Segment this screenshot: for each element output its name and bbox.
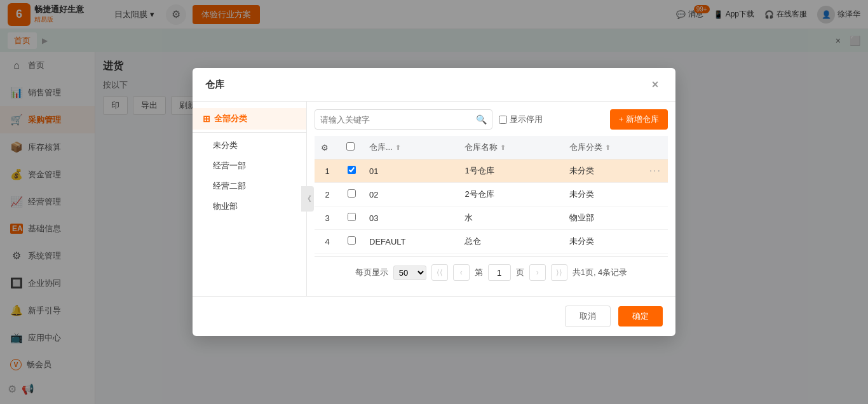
page-input[interactable] bbox=[488, 264, 511, 281]
sort-id-icon: ⬆ bbox=[395, 144, 401, 152]
sort-name-icon: ⬆ bbox=[500, 144, 506, 152]
table-row[interactable]: 1 01 1号仓库 未分类 ··· bbox=[315, 159, 668, 183]
first-page-button[interactable]: ⟨⟨ bbox=[431, 264, 448, 281]
table-row[interactable]: 2 02 2号仓库 未分类 bbox=[315, 183, 668, 206]
select-all-checkbox[interactable] bbox=[346, 142, 355, 151]
page-unit: 页 bbox=[516, 267, 524, 278]
td-checkbox[interactable] bbox=[340, 230, 363, 253]
prev-page-button[interactable]: ‹ bbox=[453, 264, 470, 281]
row-checkbox[interactable] bbox=[348, 236, 356, 245]
dialog-footer: 取消 确定 bbox=[193, 296, 675, 336]
th-warehouse-category: 仓库分类 ⬆ bbox=[563, 136, 668, 159]
td-checkbox[interactable] bbox=[340, 159, 363, 183]
th-category-label: 仓库分类 bbox=[569, 142, 602, 153]
last-page-button[interactable]: ⟩⟩ bbox=[551, 264, 567, 281]
td-category: 未分类 bbox=[563, 230, 668, 253]
th-checkbox bbox=[340, 136, 363, 159]
td-checkbox[interactable] bbox=[340, 183, 363, 206]
search-box[interactable]: 🔍 bbox=[315, 109, 492, 130]
table-header: ⚙ 仓库... ⬆ bbox=[315, 136, 668, 159]
show-disabled-checkbox-label[interactable]: 显示停用 bbox=[499, 114, 543, 125]
th-id-label: 仓库... bbox=[369, 142, 393, 153]
td-id: DEFAULT bbox=[363, 230, 458, 253]
dialog-close-button[interactable]: × bbox=[648, 77, 663, 92]
row-checkbox[interactable] bbox=[348, 166, 356, 174]
dialog-body: ⊞ 全部分类 未分类 经营一部 经营二部 物业部 《 🔍 bbox=[193, 102, 675, 296]
table-body: 1 01 1号仓库 未分类 ··· 2 02 2号仓库 未分类 bbox=[315, 159, 668, 253]
th-settings: ⚙ bbox=[315, 136, 340, 159]
td-id: 01 bbox=[363, 159, 458, 183]
th-warehouse-name: 仓库名称 ⬆ bbox=[458, 136, 563, 159]
row-checkbox[interactable] bbox=[348, 189, 356, 198]
td-row-num: 2 bbox=[315, 183, 340, 206]
td-name: 1号仓库 bbox=[458, 159, 563, 183]
table-row[interactable]: 4 DEFAULT 总仓 未分类 bbox=[315, 230, 668, 253]
table-container: ⚙ 仓库... ⬆ bbox=[315, 136, 668, 253]
per-page-label: 每页显示 bbox=[355, 267, 388, 278]
search-icon[interactable]: 🔍 bbox=[476, 114, 487, 125]
pagination-row: 每页显示 50 10 20 100 ⟨⟨ ‹ 第 页 › bbox=[315, 256, 668, 288]
modal-overlay: 仓库 × ⊞ 全部分类 未分类 经营一部 经营二部 物业部 《 bbox=[0, 0, 868, 404]
show-disabled-checkbox[interactable] bbox=[499, 116, 507, 124]
per-page-dropdown[interactable]: 50 10 20 100 bbox=[393, 266, 426, 280]
category-sidebar: ⊞ 全部分类 未分类 经营一部 经营二部 物业部 《 bbox=[193, 102, 307, 296]
page-label: 第 bbox=[475, 267, 483, 278]
td-category: 物业部 bbox=[563, 206, 668, 230]
add-warehouse-button[interactable]: + 新增仓库 bbox=[610, 109, 668, 130]
row-more-button[interactable]: ··· bbox=[649, 165, 661, 177]
td-checkbox[interactable] bbox=[340, 206, 363, 230]
td-category: 未分类 bbox=[563, 183, 668, 206]
warehouse-dialog: 仓库 × ⊞ 全部分类 未分类 经营一部 经营二部 物业部 《 bbox=[193, 68, 675, 336]
th-name-label: 仓库名称 bbox=[465, 142, 498, 153]
per-page-select[interactable]: 50 10 20 100 bbox=[393, 266, 426, 280]
grid-icon: ⊞ bbox=[203, 114, 210, 124]
td-row-num: 4 bbox=[315, 230, 340, 253]
category-item-ops2[interactable]: 经营二部 bbox=[193, 176, 306, 196]
table-row[interactable]: 3 03 水 物业部 bbox=[315, 206, 668, 230]
sort-category[interactable]: 仓库分类 ⬆ bbox=[569, 142, 661, 153]
category-item-property[interactable]: 物业部 bbox=[193, 196, 306, 217]
show-disabled-label-text: 显示停用 bbox=[510, 114, 543, 125]
td-id: 02 bbox=[363, 183, 458, 206]
next-page-button[interactable]: › bbox=[529, 264, 546, 281]
td-name: 2号仓库 bbox=[458, 183, 563, 206]
search-input[interactable] bbox=[320, 115, 476, 125]
category-item-unclassified[interactable]: 未分类 bbox=[193, 135, 306, 156]
td-name: 总仓 bbox=[458, 230, 563, 253]
td-row-num: 1 bbox=[315, 159, 340, 183]
dialog-title: 仓库 bbox=[205, 79, 224, 91]
confirm-button[interactable]: 确定 bbox=[618, 306, 663, 327]
category-item-ops1[interactable]: 经营一部 bbox=[193, 156, 306, 176]
row-checkbox[interactable] bbox=[348, 213, 356, 221]
td-row-num: 3 bbox=[315, 206, 340, 230]
cancel-button[interactable]: 取消 bbox=[565, 306, 611, 327]
category-all[interactable]: ⊞ 全部分类 bbox=[193, 108, 306, 130]
sort-category-icon: ⬆ bbox=[605, 144, 611, 152]
th-warehouse-id: 仓库... ⬆ bbox=[363, 136, 458, 159]
dialog-toolbar: 🔍 显示停用 + 新增仓库 bbox=[315, 109, 668, 130]
warehouse-table: ⚙ 仓库... ⬆ bbox=[315, 136, 668, 253]
sort-name[interactable]: 仓库名称 ⬆ bbox=[465, 142, 557, 153]
dialog-header: 仓库 × bbox=[193, 68, 675, 102]
category-all-label: 全部分类 bbox=[214, 113, 247, 125]
td-name: 水 bbox=[458, 206, 563, 230]
category-collapse-button[interactable]: 《 bbox=[301, 186, 314, 212]
td-id: 03 bbox=[363, 206, 458, 230]
total-info: 共1页, 4条记录 bbox=[573, 267, 628, 278]
dialog-main-panel: 🔍 显示停用 + 新增仓库 ⚙ bbox=[307, 102, 675, 296]
td-category: 未分类 ··· bbox=[563, 159, 668, 183]
sort-id[interactable]: 仓库... ⬆ bbox=[369, 142, 452, 153]
